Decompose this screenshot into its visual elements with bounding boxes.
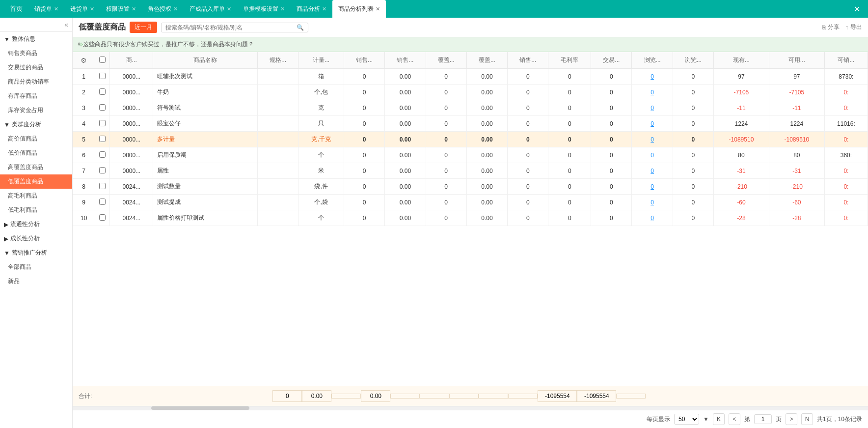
nav-close-purchase[interactable]: ✕	[90, 6, 94, 12]
row-select-checkbox[interactable]	[99, 88, 106, 95]
page-number-input[interactable]	[754, 414, 772, 424]
sidebar-item-high-profit[interactable]: 高毛利商品	[0, 189, 72, 203]
sidebar-section-marketing[interactable]: ▼ 营销推广分析	[0, 246, 72, 260]
row-available: -210	[769, 179, 824, 195]
sidebar-section-flow[interactable]: ▶ 流通性分析	[0, 217, 72, 231]
row-browse1[interactable]: 0	[632, 210, 673, 226]
sidebar-item-traded-goods[interactable]: 交易过的商品	[0, 60, 72, 75]
nav-item-analysis[interactable]: 商品分析 ✕	[291, 0, 332, 18]
next-page-button[interactable]: >	[786, 413, 797, 425]
sidebar-section-overall[interactable]: ▼ 整体信息	[0, 32, 72, 46]
sidebar-item-high-value[interactable]: 高价值商品	[0, 132, 72, 146]
row-browse2: 0	[673, 116, 713, 132]
sidebar-item-low-value[interactable]: 低价值商品	[0, 146, 72, 160]
row-browse1[interactable]: 0	[632, 100, 673, 116]
nav-close-analysis-list[interactable]: ✕	[376, 6, 380, 12]
table-row: 1 0000... 旺辅批次测试 箱 0 0.00 0 0.00 0 0 0 0…	[73, 69, 868, 85]
row-select-checkbox[interactable]	[99, 214, 106, 221]
sidebar-section-cluster[interactable]: ▼ 类群度分析	[0, 117, 72, 132]
row-browse2: 0	[673, 132, 713, 147]
share-button[interactable]: ⎘ 分享	[822, 23, 840, 31]
search-icon[interactable]: 🔍	[297, 24, 304, 31]
row-sales3: 0	[508, 85, 548, 100]
row-browse1[interactable]: 0	[632, 116, 673, 132]
row-select-checkbox[interactable]	[99, 120, 106, 126]
sidebar-collapse-button[interactable]: «	[64, 21, 68, 29]
row-select-checkbox[interactable]	[99, 151, 106, 158]
row-browse1[interactable]: 0	[632, 132, 673, 147]
sidebar-item-sales-goods[interactable]: 销售类商品	[0, 46, 72, 60]
row-checkbox[interactable]	[95, 179, 110, 195]
table-row: 9 0024... 测试提成 个,袋 0 0.00 0 0.00 0 0 0 0…	[73, 195, 868, 210]
table-row: 6 0000... 启用保质期 个 0 0.00 0 0.00 0 0 0 0 …	[73, 147, 868, 163]
sidebar-item-capital[interactable]: 库存资金占用	[0, 103, 72, 117]
footer-cov1	[331, 394, 361, 399]
prev-page-button[interactable]: <	[729, 413, 740, 425]
window-close-button[interactable]: ✕	[850, 4, 864, 14]
sidebar-item-low-coverage[interactable]: 低覆盖度商品	[0, 174, 72, 189]
nav-close-inbound[interactable]: ✕	[227, 6, 231, 12]
row-browse1[interactable]: 0	[632, 179, 673, 195]
nav-close-analysis[interactable]: ✕	[322, 6, 326, 12]
nav-item-inbound[interactable]: 产成品入库单 ✕	[184, 0, 237, 18]
nav-close-sales[interactable]: ✕	[54, 6, 58, 12]
column-gear[interactable]: ⚙	[73, 52, 95, 69]
page-size-select[interactable]: 50 20 100	[674, 414, 699, 425]
nav-close-permission[interactable]: ✕	[132, 6, 136, 12]
row-browse2: 0	[673, 195, 713, 210]
page-title: 低覆盖度商品	[79, 22, 126, 32]
nav-close-template[interactable]: ✕	[280, 6, 285, 12]
row-checkbox[interactable]	[95, 100, 110, 116]
row-checkbox[interactable]	[95, 163, 110, 179]
column-checkbox[interactable]	[95, 52, 110, 69]
row-select-checkbox[interactable]	[99, 73, 106, 79]
row-browse1[interactable]: 0	[632, 147, 673, 163]
select-all-checkbox[interactable]	[99, 57, 106, 63]
row-browse1[interactable]: 0	[632, 69, 673, 85]
sidebar-item-low-profit[interactable]: 低毛利商品	[0, 203, 72, 217]
row-browse1[interactable]: 0	[632, 163, 673, 179]
footer-browse2	[508, 394, 538, 399]
row-checkbox[interactable]	[95, 195, 110, 210]
row-select-checkbox[interactable]	[99, 136, 106, 142]
nav-item-home[interactable]: 首页	[4, 0, 28, 18]
row-select-checkbox[interactable]	[99, 167, 106, 173]
row-checkbox[interactable]	[95, 132, 110, 147]
row-select-checkbox[interactable]	[99, 104, 106, 111]
sidebar-item-stocked-goods[interactable]: 有库存商品	[0, 89, 72, 103]
first-page-button[interactable]: K	[713, 413, 725, 425]
row-checkbox[interactable]	[95, 116, 110, 132]
row-select-checkbox[interactable]	[99, 199, 106, 205]
row-saleable: 0:	[824, 132, 868, 147]
row-code: 0000...	[110, 147, 153, 163]
row-sales-amount: 0.00	[385, 147, 426, 163]
row-checkbox[interactable]	[95, 69, 110, 85]
nav-item-role[interactable]: 角色授权 ✕	[142, 0, 184, 18]
row-checkbox[interactable]	[95, 210, 110, 226]
sidebar-section-growth[interactable]: ▶ 成长性分析	[0, 231, 72, 246]
chevron-down-icon3: ▼	[4, 250, 10, 257]
sidebar-item-high-coverage[interactable]: 高覆盖度商品	[0, 160, 72, 174]
nav-item-analysis-list[interactable]: 商品分析列表 ✕	[332, 0, 386, 18]
nav-item-permission[interactable]: 权限设置 ✕	[100, 0, 142, 18]
sidebar-item-all-goods[interactable]: 全部商品	[0, 260, 72, 274]
row-browse1[interactable]: 0	[632, 195, 673, 210]
export-button[interactable]: ↑ 导出	[845, 23, 862, 31]
nav-close-role[interactable]: ✕	[173, 6, 178, 12]
last-page-button[interactable]: N	[801, 413, 813, 425]
search-input[interactable]	[165, 24, 297, 31]
nav-item-purchase[interactable]: 进货单 ✕	[64, 0, 100, 18]
row-unit: 个	[298, 147, 344, 163]
nav-item-template[interactable]: 单据模板设置 ✕	[237, 0, 291, 18]
period-button[interactable]: 近一月	[130, 22, 157, 33]
chevron-right-icon: ▶	[4, 221, 8, 228]
row-browse1[interactable]: 0	[632, 85, 673, 100]
row-checkbox[interactable]	[95, 85, 110, 100]
nav-item-sales[interactable]: 销货单 ✕	[28, 0, 64, 18]
row-select-checkbox[interactable]	[99, 183, 106, 189]
row-cov2: 0.00	[466, 179, 507, 195]
row-checkbox[interactable]	[95, 147, 110, 163]
sidebar-item-category-rate[interactable]: 商品分类动销率	[0, 75, 72, 89]
row-profit: 0	[548, 195, 591, 210]
sidebar-item-new-goods[interactable]: 新品	[0, 274, 72, 288]
